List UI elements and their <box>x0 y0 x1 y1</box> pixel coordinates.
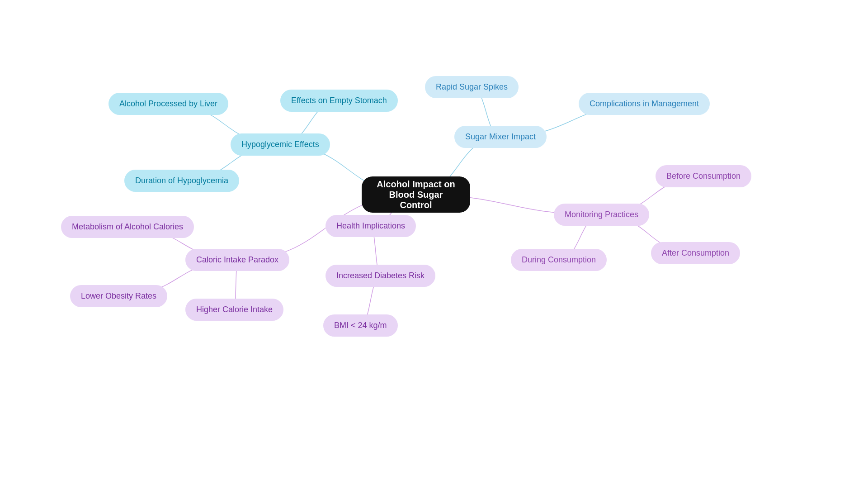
node-sugar-mixer: Sugar Mixer Impact <box>454 126 547 148</box>
node-metabolism: Metabolism of Alcohol Calories <box>61 216 194 238</box>
node-monitoring: Monitoring Practices <box>554 204 649 226</box>
node-rapid-sugar: Rapid Sugar Spikes <box>425 76 519 98</box>
node-during: During Consumption <box>511 249 607 271</box>
node-after: After Consumption <box>651 242 740 264</box>
node-higher-calorie: Higher Calorie Intake <box>185 299 283 321</box>
node-complications: Complications in Management <box>579 93 710 115</box>
node-bmi: BMI < 24 kg/m <box>323 314 398 337</box>
connection-lines <box>0 0 868 490</box>
node-caloric-paradox: Caloric Intake Paradox <box>185 249 289 271</box>
node-hypoglycemic: Hypoglycemic Effects <box>231 133 330 156</box>
node-duration: Duration of Hypoglycemia <box>124 170 239 192</box>
mind-map: Alcohol Impact on Blood Sugar ControlHyp… <box>0 0 868 490</box>
node-diabetes-risk: Increased Diabetes Risk <box>326 265 435 287</box>
node-health: Health Implications <box>326 215 416 237</box>
node-empty-stomach: Effects on Empty Stomach <box>280 90 398 112</box>
node-lower-obesity: Lower Obesity Rates <box>70 285 167 307</box>
node-before: Before Consumption <box>656 165 751 187</box>
node-alcohol-liver: Alcohol Processed by Liver <box>108 93 228 115</box>
center-node: Alcohol Impact on Blood Sugar Control <box>362 176 470 213</box>
